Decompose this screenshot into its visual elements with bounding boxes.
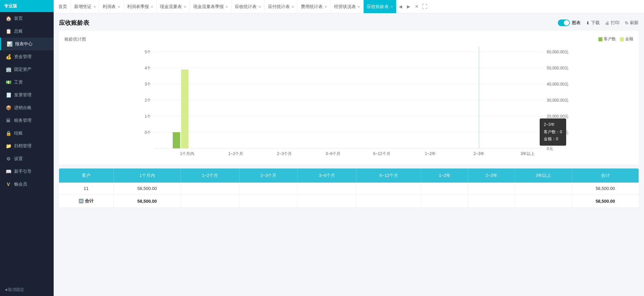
legend-color-amount: [620, 37, 624, 41]
purchase-icon: 📦: [5, 105, 11, 111]
cell-customer: 11: [59, 183, 113, 195]
tab-payable-stat[interactable]: 应付统计表 ×: [265, 0, 298, 13]
sidebar-item-reports[interactable]: 📊 报表中心: [0, 38, 54, 50]
total-m23: [239, 195, 298, 208]
sidebar-item-label: 首页: [14, 15, 23, 21]
legend-label-amount: 金额: [625, 36, 633, 42]
refresh-button[interactable]: ↻ 刷新: [625, 20, 639, 26]
cell-y3plus: [515, 183, 572, 195]
close-icon[interactable]: ×: [151, 5, 153, 9]
sidebar-item-label: 资金管理: [14, 54, 32, 60]
bar-customers-0: [173, 132, 180, 148]
tab-profit-quarter[interactable]: 利润表季报 ×: [124, 0, 157, 13]
col-m12: 1~2个月: [181, 168, 239, 183]
total-y12: [421, 195, 468, 208]
collapse-label: ◄取消固定: [4, 287, 24, 293]
tab-cashflow[interactable]: 现金流量表 ×: [157, 0, 190, 13]
sidebar-item-vip[interactable]: V 畅会员: [0, 178, 54, 191]
sidebar-item-funds[interactable]: 💰 资金管理: [0, 50, 54, 63]
chart-card: 账龄统计图 客户数 金额 5个 4个 3个 2个: [59, 31, 639, 164]
total-label-cell: Ai 合计: [59, 195, 113, 208]
close-icon[interactable]: ×: [184, 5, 186, 9]
page-title: 应收账龄表: [59, 19, 89, 27]
total-m612: [356, 195, 421, 208]
close-icon[interactable]: ×: [118, 5, 120, 9]
tab-next-btn[interactable]: ▶: [405, 3, 413, 11]
sidebar-item-tax[interactable]: 🏛 税务管理: [0, 114, 54, 127]
print-button[interactable]: 🖨 打印: [605, 20, 620, 26]
tab-business-status[interactable]: 经营状况表 ×: [331, 0, 364, 13]
sidebar-item-assets[interactable]: 🏢 固定资产: [0, 63, 54, 76]
sidebar-item-salary[interactable]: 💵 工资: [0, 76, 54, 89]
cell-m1: 58,500.00: [113, 183, 181, 195]
tab-prev-btn[interactable]: ◀: [396, 3, 405, 11]
sidebar-item-label: 税务管理: [14, 117, 32, 124]
tab-maximize-btn[interactable]: ⛶: [421, 3, 429, 11]
sidebar-item-guide[interactable]: 📖 新手引导: [0, 165, 54, 178]
sidebar-item-archive[interactable]: 📁 归档管理: [0, 140, 54, 152]
tab-receivable-aging[interactable]: 应收账龄表 ×: [364, 0, 396, 13]
chart-toggle[interactable]: [558, 19, 570, 26]
sidebar-item-label: 报表中心: [15, 41, 33, 47]
tabs-bar: 首页 新增凭证 × 利润表 × 利润表季报 × 现金流量表 × 现金流量表季报 …: [54, 0, 644, 13]
bar-amount-0: [181, 69, 189, 148]
tab-cashflow-quarter[interactable]: 现金流量表季报 ×: [190, 0, 231, 13]
col-m612: 6~12个月: [356, 168, 421, 183]
sidebar-item-label: 结账: [14, 130, 23, 136]
total-y23: [468, 195, 515, 208]
tab-new-voucher[interactable]: 新增凭证 ×: [71, 0, 99, 13]
data-table: 客户 1个月内 1~2个月 2~3个月 3~6个月 6~12个月 1~2年 2~…: [59, 168, 639, 208]
total-m1: 58,500.00: [113, 195, 181, 208]
close-icon[interactable]: ×: [259, 5, 261, 9]
close-icon[interactable]: ×: [325, 5, 327, 9]
tab-label: 应收账龄表: [367, 4, 389, 10]
tab-home[interactable]: 首页: [55, 0, 71, 13]
vip-icon: V: [5, 181, 11, 187]
sidebar-item-label: 畅会员: [14, 181, 27, 187]
chart-toggle-wrap: 图表: [558, 19, 581, 26]
chart-tooltip: 2~3年 客户数：0 金额：0: [540, 118, 566, 146]
sidebar-item-closing[interactable]: 🔒 结账: [0, 127, 54, 140]
close-icon[interactable]: ×: [226, 5, 228, 9]
legend-color-customers: [598, 37, 602, 41]
col-y12: 1~2年: [421, 168, 468, 183]
download-button[interactable]: ⬇ 下载: [586, 20, 600, 26]
sidebar-collapse-btn[interactable]: ◄取消固定: [0, 284, 54, 296]
reports-icon: 📊: [6, 41, 12, 47]
content-area: 应收账龄表 图表 ⬇ 下载 🖨 打印 ↻ 刷新: [54, 13, 644, 296]
cell-y12: [421, 183, 468, 195]
tab-expense-stat[interactable]: 费用统计表 ×: [298, 0, 330, 13]
download-label: 下载: [591, 20, 600, 26]
close-icon[interactable]: ×: [292, 5, 294, 9]
legend-customers: 客户数: [598, 36, 616, 42]
sidebar-item-label: 固定资产: [14, 66, 32, 72]
total-total: 58,500.00: [572, 195, 639, 208]
total-m12: [181, 195, 239, 208]
chart-title: 账龄统计图: [64, 36, 633, 42]
refresh-icon: ↻: [625, 20, 629, 26]
sidebar-item-settings[interactable]: ⚙ 设置: [0, 152, 54, 165]
sidebar-item-label: 发票管理: [14, 92, 32, 98]
sidebar-item-invoice[interactable]: 🧾 发票管理: [0, 89, 54, 101]
tab-profit[interactable]: 利润表 ×: [99, 0, 123, 13]
sidebar-item-label: 新手引导: [14, 168, 32, 175]
sidebar-item-home[interactable]: 🏠 首页: [0, 12, 54, 25]
svg-text:40,000.00元: 40,000.00元: [547, 82, 569, 87]
funds-icon: 💰: [5, 54, 11, 60]
sidebar-item-ledger[interactable]: 📋 总账: [0, 25, 54, 38]
tooltip-amount: 金额：0: [544, 136, 562, 143]
archive-icon: 📁: [5, 143, 11, 149]
tab-receivable-stat[interactable]: 应收统计表 ×: [231, 0, 264, 13]
tab-label: 利润表: [103, 4, 116, 10]
close-icon[interactable]: ×: [391, 5, 393, 9]
tab-close-all-btn[interactable]: ✕: [413, 3, 421, 11]
col-m36: 3~6个月: [298, 168, 356, 183]
sidebar-item-purchase[interactable]: 📦 进销台账: [0, 101, 54, 114]
svg-text:3~6个月: 3~6个月: [326, 151, 340, 156]
tooltip-category: 2~3年: [544, 121, 562, 129]
close-icon[interactable]: ×: [358, 5, 360, 9]
close-icon[interactable]: ×: [94, 5, 96, 9]
svg-text:60,000.00元: 60,000.00元: [547, 50, 569, 54]
legend-label-customers: 客户数: [604, 36, 616, 42]
salary-icon: 💵: [5, 79, 11, 85]
